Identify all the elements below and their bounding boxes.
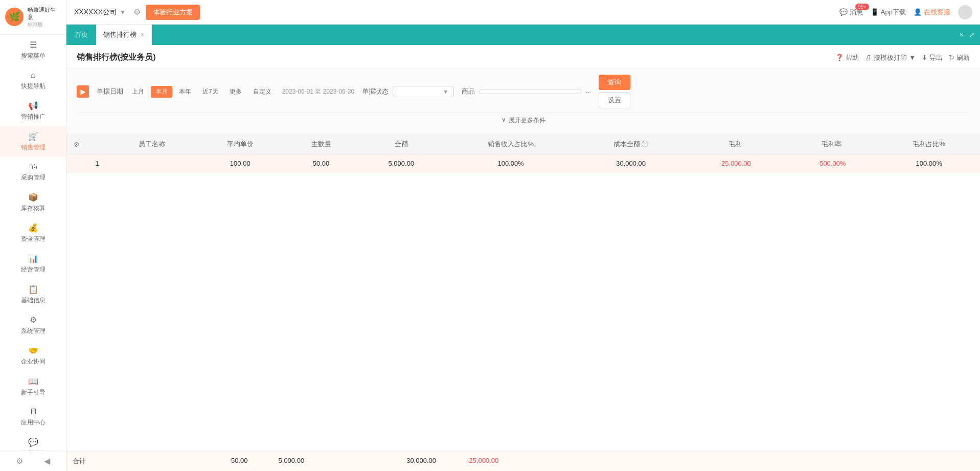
finance-icon: 💰 xyxy=(28,223,38,233)
service-label: 在线客服 xyxy=(924,8,950,17)
table-footer: 合计 50.00 5,000.00 30,000.00 -25,000.00 xyxy=(66,451,980,471)
message-badge: 99+ xyxy=(855,4,869,10)
col-gross-rate: 毛利率 xyxy=(785,134,878,154)
row-gross-cell: -25,000.00 xyxy=(685,154,785,173)
refresh-button[interactable]: ↻ 刷新 xyxy=(949,53,970,62)
tab-home[interactable]: 首页 xyxy=(66,25,96,45)
sidebar-item-sales[interactable]: 🛒销售管理 xyxy=(0,126,66,157)
sidebar-item-basic[interactable]: 📋基础信息 xyxy=(0,279,66,310)
date-opt-this-year[interactable]: 本年 xyxy=(174,86,196,98)
filter-more-btn[interactable]: ··· xyxy=(585,88,591,96)
tab-close-icon[interactable]: × xyxy=(141,31,144,38)
sidebar-item-operation[interactable]: 📊经营管理 xyxy=(0,249,66,279)
wechat-icon: 💬 xyxy=(28,437,38,447)
sales-icon: 🛒 xyxy=(28,131,38,141)
sidebar-item-purchase[interactable]: 🛍采购管理 xyxy=(0,157,66,187)
sidebar-item-shortcut[interactable]: ⌂快捷导航 xyxy=(0,65,66,96)
row-amount-cell: 5,000.00 xyxy=(358,154,445,173)
sidebar-item-marketing[interactable]: 📢营销推广 xyxy=(0,96,66,126)
date-opt-custom[interactable]: 自定义 xyxy=(248,86,276,98)
sidebar-item-inventory[interactable]: 📦库存核算 xyxy=(0,187,66,218)
sidebar-nav: ☰搜索菜单⌂快捷导航📢营销推广🛒销售管理🛍采购管理📦库存核算💰资金管理📊经营管理… xyxy=(0,35,66,451)
export-icon: ⬇ xyxy=(922,54,927,61)
help-button[interactable]: ❓ 帮助 xyxy=(835,53,859,62)
sidebar-settings-btn[interactable]: ⚙ xyxy=(16,456,23,466)
date-opt-7days[interactable]: 近7天 xyxy=(198,86,223,98)
tab-sales-label: 销售排行榜 xyxy=(103,30,136,39)
sidebar-item-apps[interactable]: 🖥应用中心 xyxy=(0,402,66,432)
trial-button[interactable]: 体验行业方案 xyxy=(146,5,200,20)
marketing-icon: 📢 xyxy=(28,101,38,110)
sidebar-collapse-btn[interactable]: ◀ xyxy=(44,456,50,466)
status-select-arrow-icon: ▼ xyxy=(443,88,448,95)
sidebar-label-enterprise: 企业协同 xyxy=(21,357,45,366)
online-service-button[interactable]: 👤 在线客服 xyxy=(914,8,950,17)
tabbar: 首页 销售排行榜 × × ⤢ xyxy=(66,25,980,45)
date-opt-more[interactable]: 更多 xyxy=(225,86,246,98)
system-icon: ⚙ xyxy=(30,315,37,325)
table-row: 1 100.00 50.00 5,000.00 100.00% 30,000.0… xyxy=(66,154,980,173)
page-title: 销售排行榜(按业务员) xyxy=(77,52,156,63)
sidebar-label-shortcut: 快捷导航 xyxy=(21,82,45,91)
tab-minimize-icon[interactable]: × xyxy=(960,31,964,39)
export-button[interactable]: ⬇ 导出 xyxy=(922,53,943,62)
status-select[interactable]: ▼ xyxy=(393,86,454,97)
sidebar-label-inventory: 库存核算 xyxy=(21,204,45,213)
goods-filter-label: 商品 xyxy=(462,87,475,96)
sidebar-item-finance[interactable]: 💰资金管理 xyxy=(0,218,66,249)
app-tag: 标准版 xyxy=(28,21,61,28)
date-opt-last-month[interactable]: 上月 xyxy=(127,86,149,98)
print-button[interactable]: 🖨 按模板打印 ▼ xyxy=(865,53,916,62)
company-arrow-icon: ▼ xyxy=(120,9,126,16)
service-icon: 👤 xyxy=(914,8,922,16)
row-sales-pct-cell: 100.00% xyxy=(445,154,577,173)
enterprise-icon: 🤝 xyxy=(28,346,38,355)
sidebar-label-basic: 基础信息 xyxy=(21,296,45,305)
date-range-display: 2023-06-01 至 2023-06-30 xyxy=(282,87,354,96)
operation-icon: 📊 xyxy=(28,254,38,263)
sidebar-item-guide[interactable]: 📖新手引导 xyxy=(0,371,66,402)
status-filter-group: 单据状态 ▼ xyxy=(362,86,454,97)
app-download-button[interactable]: 📱 App下载 xyxy=(871,8,906,17)
filter-toggle-btn[interactable]: ▶ xyxy=(77,85,89,98)
logo-icon: 🌿 xyxy=(5,8,24,26)
sidebar-item-wechat[interactable]: 💬企业微信 xyxy=(0,432,66,451)
sidebar-label-search: 搜索菜单 xyxy=(21,52,45,60)
sidebar-label-system: 系统管理 xyxy=(21,327,45,335)
message-button[interactable]: 💬 消息 99+ xyxy=(839,8,863,17)
sidebar-item-search[interactable]: ☰搜索菜单 xyxy=(0,35,66,65)
content-area: 销售排行榜(按业务员) ❓ 帮助 🖨 按模板打印 ▼ ⬇ 导出 ↻ 刷新 xyxy=(66,45,980,451)
help-label: 帮助 xyxy=(846,53,859,62)
footer-values: 50.00 5,000.00 30,000.00 -25,000.00 xyxy=(159,457,974,466)
inventory-icon: 📦 xyxy=(28,192,38,202)
main-area: XXXXXX公司 ▼ ⚙ 体验行业方案 💬 消息 99+ 📱 App下载 👤 在… xyxy=(66,0,980,471)
shortcut-icon: ⌂ xyxy=(31,71,36,80)
col-settings[interactable]: ⚙ xyxy=(66,134,87,154)
basic-icon: 📋 xyxy=(28,284,38,294)
help-icon: ❓ xyxy=(835,54,844,61)
company-selector[interactable]: XXXXXX公司 ▼ xyxy=(74,8,126,17)
col-sales-pct: 销售收入占比% xyxy=(445,134,577,154)
app-icon: 📱 xyxy=(871,8,879,16)
sidebar-item-enterprise[interactable]: 🤝企业协同 xyxy=(0,341,66,371)
table-body: 1 100.00 50.00 5,000.00 100.00% 30,000.0… xyxy=(66,154,980,173)
sidebar-label-marketing: 营销推广 xyxy=(21,113,45,121)
cost-info-icon[interactable]: ⓘ xyxy=(642,140,648,148)
row-settings-cell xyxy=(66,154,87,173)
user-avatar[interactable] xyxy=(958,5,972,19)
row-gross-pct-cell: 100.00% xyxy=(878,154,980,173)
date-options: 上月 本月 本年 近7天 更多 自定义 xyxy=(127,86,276,98)
goods-input[interactable] xyxy=(479,89,581,94)
filter-settings-button[interactable]: 设置 xyxy=(599,92,630,108)
tab-sales-ranking[interactable]: 销售排行榜 × xyxy=(96,25,152,45)
expand-more-conditions[interactable]: ∨ 展开更多条件 xyxy=(77,113,970,128)
sidebar-label-finance: 资金管理 xyxy=(21,235,45,243)
table-area: ⚙ 员工名称 平均单价 主数量 全额 销售收入占比% 成本全额 ⓘ 毛利 毛利率… xyxy=(66,134,980,173)
sidebar-item-system[interactable]: ⚙系统管理 xyxy=(0,310,66,341)
date-opt-this-month[interactable]: 本月 xyxy=(151,86,172,98)
filter-action-buttons: 查询 设置 xyxy=(599,75,630,108)
tab-maximize-icon[interactable]: ⤢ xyxy=(969,31,975,39)
topbar-settings-icon[interactable]: ⚙ xyxy=(133,7,141,17)
print-arrow-icon: ▼ xyxy=(909,54,916,61)
query-button[interactable]: 查询 xyxy=(599,75,630,90)
